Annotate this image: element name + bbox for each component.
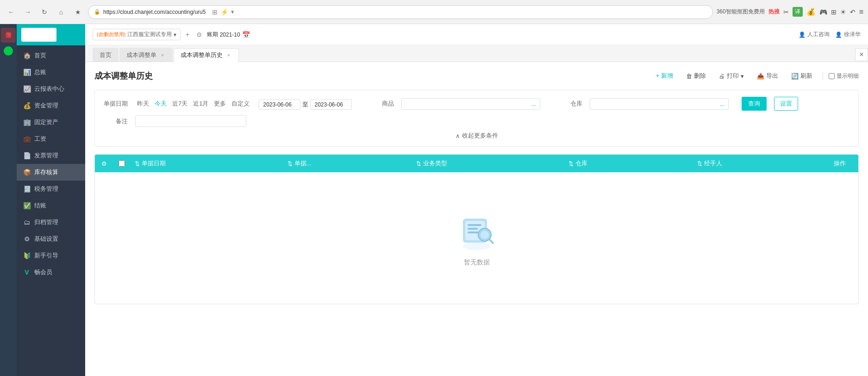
company-dropdown-icon: ▾ <box>174 31 176 38</box>
show-detail-checkbox[interactable]: 显示明细 <box>829 72 859 80</box>
table-col-date[interactable]: ⇅ 单据日期 <box>130 159 283 168</box>
bookmark-button[interactable]: ★ <box>71 6 84 19</box>
date-to-input[interactable] <box>310 100 352 110</box>
refresh-button[interactable]: ↻ <box>38 6 51 19</box>
sidebar-item-assets[interactable]: 🏢 固定资产 <box>17 114 85 131</box>
dropdown-icon: ▾ <box>231 8 234 15</box>
sidebar-item-salary[interactable]: 💼 工资 <box>17 131 85 147</box>
svg-rect-3 <box>468 224 481 226</box>
remark-filter-label: 备注 <box>102 117 128 125</box>
sidebar-item-label: 新手引导 <box>34 251 58 260</box>
add-company-btn[interactable]: + <box>185 31 189 39</box>
svg-line-8 <box>490 240 493 243</box>
reports-nav-icon: 📈 <box>23 85 31 93</box>
invoice-nav-icon: 📄 <box>23 152 31 159</box>
company-name: 江西服宝测试专用 <box>127 31 172 38</box>
weibo-icon[interactable]: 微 <box>1 28 16 43</box>
preset-today[interactable]: 今天 <box>153 99 169 109</box>
export-button[interactable]: 📤 导出 <box>752 69 783 82</box>
sort-icon-order: ⇅ <box>287 160 293 167</box>
settings-filter-button[interactable]: 设置 <box>774 97 798 111</box>
back-button[interactable]: ← <box>5 6 18 19</box>
query-button[interactable]: 查询 <box>742 97 767 111</box>
goods-filter-label: 商品 <box>368 100 394 108</box>
sidebar-item-guide[interactable]: 🔰 新手引导 <box>17 247 85 264</box>
sidebar-item-tax[interactable]: 🧾 税务管理 <box>17 181 85 197</box>
green-dot-icon[interactable] <box>4 46 13 56</box>
period-label: 账期 <box>207 31 218 38</box>
show-detail-input[interactable] <box>829 73 835 79</box>
new-button[interactable]: + 新增 <box>651 69 678 82</box>
svg-point-7 <box>481 231 489 239</box>
sort-icon-date: ⇅ <box>135 160 140 167</box>
user-menu[interactable]: 👤 徐泽华 <box>835 31 861 38</box>
sidebar-item-settings[interactable]: ⚙ 基础设置 <box>17 231 85 247</box>
sidebar-item-label: 结账 <box>34 201 46 210</box>
period-value: 2021-10 <box>220 31 240 38</box>
svg-rect-4 <box>468 228 478 230</box>
delete-button[interactable]: 🗑 删除 <box>681 69 711 82</box>
company-settings-btn[interactable]: ⚙ <box>196 31 202 38</box>
window-close-button[interactable]: × <box>855 48 868 61</box>
tab-cost-history-close[interactable]: × <box>225 52 232 58</box>
warehouse-more-btn[interactable]: ... <box>720 100 725 107</box>
tab-cost-history-label: 成本调整单历史 <box>181 51 223 59</box>
print-button[interactable]: 🖨 打印 ▾ <box>714 69 749 82</box>
preset-custom[interactable]: 自定义 <box>230 99 251 109</box>
remark-input[interactable] <box>135 115 246 127</box>
tab-home[interactable]: 首页 <box>93 48 119 62</box>
table-settings-btn[interactable]: ⚙ <box>95 160 113 167</box>
company-selector[interactable]: (勿删勿禁用) 江西服宝测试专用 ▾ <box>93 29 181 40</box>
preset-7days[interactable]: 近7天 <box>170 99 189 109</box>
forward-button[interactable]: → <box>21 6 34 19</box>
refresh-icon: 🔄 <box>791 73 799 80</box>
table-col-order-no[interactable]: ⇅ 单据... <box>283 159 412 168</box>
date-from-input[interactable] <box>259 100 300 110</box>
tab-home-label: 首页 <box>100 51 112 59</box>
refresh-button[interactable]: 🔄 刷新 <box>787 69 817 82</box>
page-header: 成本调整单历史 + 新增 🗑 删除 🖨 打印 ▾ 📤 导出 <box>94 69 859 82</box>
tab-cost-adjust-label: 成本调整单 <box>126 51 156 59</box>
sidebar-item-close-account[interactable]: ✅ 结账 <box>17 197 85 214</box>
table-col-handler[interactable]: ⇅ 经手人 <box>693 159 821 168</box>
service-button[interactable]: 👤 人工咨询 <box>799 31 830 38</box>
goods-more-btn[interactable]: ... <box>531 100 537 107</box>
table-col-biz-type[interactable]: ⇅ 业务类型 <box>412 159 564 168</box>
collapse-button[interactable]: ∧ 收起更多条件 <box>456 132 498 140</box>
sidebar-item-archive[interactable]: 🗂 归档管理 <box>17 214 85 231</box>
preset-1month[interactable]: 近1月 <box>191 99 210 109</box>
translate-icon: 译 <box>793 7 803 17</box>
sidebar-item-finance[interactable]: 💰 资金管理 <box>17 97 85 114</box>
tab-cost-adjust[interactable]: 成本调整单 × <box>119 48 173 62</box>
sidebar-item-invoice[interactable]: 📄 发票管理 <box>17 147 85 164</box>
calendar-icon[interactable]: 📅 <box>242 31 250 38</box>
sidebar-item-inventory[interactable]: 📦 库存核算 <box>17 164 85 181</box>
url-bar[interactable]: 🔒 https://cloud.chanjet.com/accounting/u… <box>88 5 713 19</box>
sidebar-header[interactable]: 畅捷通好会计 旗舰版 <box>17 24 85 45</box>
sidebar-item-reports[interactable]: 📈 云报表中心 <box>17 81 85 97</box>
preset-more[interactable]: 更多 <box>212 99 228 109</box>
warehouse-selector[interactable]: ... <box>590 98 729 110</box>
sidebar-item-home[interactable]: 🏠 首页 <box>17 47 85 64</box>
table-select-all[interactable] <box>113 160 130 167</box>
finance-nav-icon: 💰 <box>23 102 31 109</box>
sidebar-item-label: 资金管理 <box>34 101 58 110</box>
preset-yesterday[interactable]: 昨天 <box>135 99 151 109</box>
undo-icon: ↶ <box>850 8 856 16</box>
filter-area: 单据日期 昨天 今天 近7天 近1月 更多 自定义 至 <box>94 90 859 147</box>
home-button[interactable]: ⌂ <box>55 6 68 19</box>
tab-cost-adjust-close[interactable]: × <box>159 52 166 58</box>
print-icon: 🖨 <box>719 73 725 80</box>
tab-cost-history[interactable]: 成本调整单历史 × <box>174 48 239 62</box>
sort-icon-handler: ⇅ <box>697 160 702 167</box>
goods-selector[interactable]: ... <box>401 98 540 110</box>
window-close-area: × <box>855 48 868 61</box>
sidebar-item-member[interactable]: V 畅会员 <box>17 264 85 281</box>
sort-icon-warehouse: ⇅ <box>568 160 574 167</box>
page-title: 成本调整单历史 <box>94 70 153 81</box>
table-col-warehouse[interactable]: ⇅ 仓库 <box>564 159 693 168</box>
page-actions: + 新增 🗑 删除 🖨 打印 ▾ 📤 导出 🔄 <box>651 69 859 82</box>
sidebar-item-ledger[interactable]: 📊 总账 <box>17 64 85 81</box>
browser-right-tools: 360智能抠图免费用 热搜 ✂ 译 💰 🎮 ⊞ ☀ ↶ ≡ <box>717 7 863 17</box>
select-all-checkbox[interactable] <box>119 160 125 167</box>
